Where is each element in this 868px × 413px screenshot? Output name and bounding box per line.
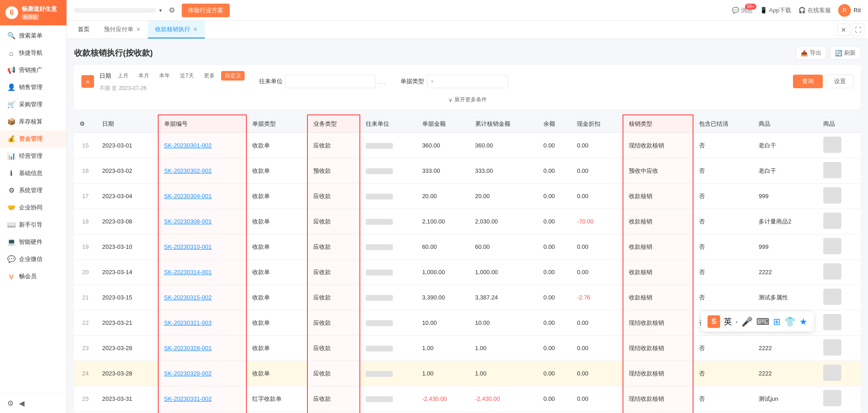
seq-cell: 24 [74,361,97,386]
cash-discount-cell: 0.00 [571,133,623,158]
bill-no-link[interactable]: SK-20230315-002 [164,294,212,301]
tab-prepay-close[interactable]: ✕ [136,26,141,33]
keyboard-icon[interactable]: ⌨ [756,316,769,327]
sidebar-item-search[interactable]: 🔍 搜索菜单 [0,27,66,44]
product-cell: 多计量商品2 [753,209,818,234]
page-content: 收款核销执行(按收款) 📤 导出 🔄 刷新 » 日 [67,39,868,413]
close-tab-button[interactable]: ✕ [837,24,850,36]
product-cell: 老白干 [753,158,818,184]
refresh-button[interactable]: 🔄 刷新 [830,46,861,60]
sidebar-item-finance[interactable]: 💰 资金管理 [0,130,66,147]
bill-type-select[interactable]: ▾ [427,75,508,88]
tab-collection[interactable]: 收款核销执行 ✕ [148,21,205,38]
sidebar-item-system[interactable]: ⚙ 系统管理 [0,182,66,199]
date-cell: 2023-03-21 [97,310,158,336]
verify-type-cell: 收款核销 [623,260,693,285]
sidebar-item-quicknav[interactable]: ⌂ 快捷导航 [0,44,66,62]
tab-home[interactable]: 首页 [71,21,97,38]
verified-amount-cell: 1.00 [470,361,538,386]
user-info[interactable]: R Rit [838,4,861,17]
product2-cell [818,184,861,209]
sidebar-item-wechat[interactable]: 💬 企业微信 [0,251,66,268]
col-settings[interactable]: ⚙ [74,115,97,133]
partner-filter: 往来单位 ... [259,75,386,88]
cash-discount-cell: -70.00 [571,209,623,234]
partner-input[interactable] [285,75,376,88]
date-cell: 2023-04-03 [97,412,158,413]
bill-no-link[interactable]: SK-20230314-001 [164,269,212,275]
bill-no-link[interactable]: SK-20230302-002 [164,167,212,174]
sidebar-item-operations[interactable]: 📊 经营管理 [0,147,66,165]
bill-no-link[interactable]: SK-20230304-001 [164,193,212,199]
sidebar: 6 畅康道好生意 标推版 🔍 搜索菜单 ⌂ 快捷导航 📢 营销推广 👤 销售管理… [0,0,67,413]
business-type-cell: 应收款 [307,234,360,260]
logo-text: 畅康道好生意 标推版 [22,5,57,20]
seq-cell: 19 [74,234,97,260]
last-month-btn[interactable]: 上月 [114,71,132,81]
last-7days-btn[interactable]: 近7天 [176,71,198,81]
this-year-btn[interactable]: 本年 [156,71,174,81]
tab-collection-close[interactable]: ✕ [193,26,198,33]
product-cell: 2222 [753,260,818,285]
bill-no-link[interactable]: SK-20230321-003 [164,319,212,326]
col-product2: 商品 [818,115,861,133]
export-button[interactable]: 📤 导出 [796,46,826,60]
this-month-btn[interactable]: 本月 [135,71,153,81]
bill-no-link[interactable]: SK-20230310-001 [164,243,212,250]
collapse-icon[interactable]: ◀ [19,399,24,408]
balance-cell: 0.00 [538,361,571,386]
bill-no-cell: SK-20230302-002 [158,158,246,184]
sidebar-item-enterprise[interactable]: 🤝 企业协同 [0,199,66,216]
online-service[interactable]: 🎧 在线客服 [798,6,831,14]
product2-cell [818,234,861,260]
bill-no-link[interactable]: SK-20230328-001 [164,345,212,351]
main-area: ▾ ⚙ 体验行业方案 💬 消息 99+ 📱 App下载 🎧 在线客服 R Rit [67,0,868,413]
sidebar-logo: 6 畅康道好生意 标推版 [0,0,66,25]
table-row: 16 2023-03-02 SK-20230302-002 收款单 预收款 33… [74,158,861,184]
star-icon[interactable]: ★ [799,316,807,327]
sidebar-item-basic[interactable]: ℹ 基础信息 [0,165,66,182]
settings-footer-icon[interactable]: ⚙ [7,399,14,408]
bill-no-link[interactable]: SK-20230308-001 [164,218,212,225]
app-download[interactable]: 📱 App下载 [760,6,791,14]
messages-badge[interactable]: 💬 消息 99+ [732,6,753,14]
sidebar-item-guide[interactable]: 📖 新手引导 [0,216,66,233]
sidebar-item-marketing[interactable]: 📢 营销推广 [0,62,66,79]
bill-no-link[interactable]: SK-20230301-002 [164,142,212,149]
member-icon: V [7,273,15,280]
sidebar-item-member[interactable]: V 畅会员 [0,268,66,285]
home-icon: ⌂ [7,49,15,57]
search-input[interactable] [74,8,156,13]
industry-solution-button[interactable]: 体验行业方案 [182,4,230,17]
cash-discount-cell: 0.00 [571,184,623,209]
date-range-display: 不限 至 2023-07-26 [99,85,245,92]
expand-tab-button[interactable]: ⛶ [852,24,864,36]
tab-prepay[interactable]: 预付应付单 ✕ [97,21,148,38]
settings-button[interactable]: 设置 [826,75,854,88]
verify-type-cell: 现结收款核销 [623,361,693,386]
expand-conditions-button[interactable]: ∨ 展开更多条件 [448,96,487,104]
bill-no-cell: SK-20230328-002 [158,361,246,386]
bill-amount-cell: 20.00 [417,184,470,209]
bill-no-link[interactable]: SK-20230328-002 [164,370,212,377]
dropdown-trigger[interactable]: ▾ [159,7,162,14]
filter-expand-button[interactable]: » [81,75,94,88]
sidebar-item-hardware[interactable]: 💻 智能硬件 [0,233,66,251]
seq-cell: 21 [74,285,97,310]
mic-icon[interactable]: 🎤 [741,316,753,327]
sidebar-item-purchase[interactable]: 🛒 采购管理 [0,96,66,113]
query-button[interactable]: 查询 [793,75,823,88]
more-date-btn[interactable]: 更多 [200,71,218,81]
shirt-icon[interactable]: 👕 [784,316,796,327]
verified-amount-cell: 1.00 [470,336,538,361]
gear-icon[interactable]: ⚙ [165,4,178,17]
bill-no-link[interactable]: SK-20230331-002 [164,395,212,402]
bill-type-cell: 收款单 [246,184,307,209]
cash-discount-cell: 0.00 [571,412,623,413]
sidebar-item-sales[interactable]: 👤 销售管理 [0,79,66,96]
include-settled-cell: 否 [693,386,754,412]
sidebar-item-inventory[interactable]: 📦 库存核算 [0,113,66,130]
s-logo-icon: S [708,315,720,328]
grid-icon[interactable]: ⊞ [773,316,781,327]
finance-icon: 💰 [7,135,15,143]
